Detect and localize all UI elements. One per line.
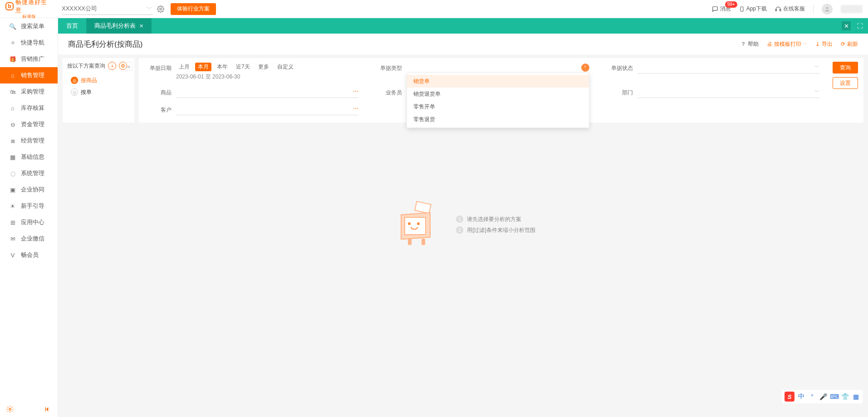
svg-rect-7 [45,407,46,411]
empty-step-1-text: 请先选择要分析的方案 [467,216,521,223]
type-option-0[interactable]: 销货单 [407,75,588,88]
date-chip-1[interactable]: 本月 [195,63,211,71]
sidebar-item-icon: ☀ [9,203,16,210]
date-chip-3[interactable]: 近7天 [233,63,253,71]
filter-type-toggle-icon[interactable]: ˄ [581,64,589,72]
user-name-masked [841,5,863,13]
filter-product-input[interactable] [176,87,358,98]
print-template-button[interactable]: 🖨 按模板打印 ﹀ [767,40,807,48]
sidebar-item-6[interactable]: ⊖资金管理 [0,116,58,132]
ime-lang-icon[interactable]: 中 [797,392,805,401]
help-link[interactable]: ？ 帮助 [740,40,759,48]
filter-type-label: 单据类型 [377,63,402,72]
sidebar-item-label: 企业微信 [21,235,44,243]
sidebar-item-11[interactable]: ☀新手引导 [0,198,58,214]
type-option-3[interactable]: 零售退货 [407,113,588,126]
scheme-panel: 按以下方案查询 ＋ ⚙ « ◎按商品◎按单 [63,58,134,123]
more-icon[interactable]: ⋯ [353,105,358,112]
sidebar-item-icon: 🛍 [9,88,16,95]
scheme-item-1[interactable]: ◎按单 [71,86,130,98]
sidebar-item-7[interactable]: ≣经营管理 [0,132,58,149]
type-option-1[interactable]: 销货退货单 [407,88,588,100]
user-avatar-icon[interactable] [822,4,833,15]
sidebar-settings-gear-icon[interactable] [6,406,14,413]
date-chip-2[interactable]: 本年 [214,63,230,71]
top-header-right: 消息 99+ App下载 在线客服 [712,4,863,15]
scheme-panel-title: 按以下方案查询 [67,62,105,70]
print-label: 按模板打印 [774,40,801,48]
query-button[interactable]: 查询 [833,62,858,74]
type-option-2[interactable]: 零售开单 [407,100,588,113]
tab-close-icon[interactable]: ✕ [139,23,143,29]
sidebar-item-12[interactable]: ⊞应用中心 [0,214,58,231]
step-number-icon: 2 [456,226,463,234]
company-select[interactable]: XXXXXX公司 ﹀ [62,3,152,15]
sidebar-item-icon: V [9,252,16,259]
sidebar-item-13[interactable]: ✉企业微信 [0,231,58,247]
page: 商品毛利分析(按商品) ？ 帮助 🖨 按模板打印 ﹀ ⤓ 导出 [58,34,868,417]
empty-step-2-text: 用[过滤]条件来缩小分析范围 [467,226,535,234]
ime-tray: S 中 ° 🎤 ⌨ 👕 ▦ [782,390,863,403]
tab-current[interactable]: 商品毛利分析表 ✕ [86,18,152,34]
sidebar-item-0[interactable]: 🔍搜索菜单 [0,18,58,34]
refresh-button[interactable]: ⟳ 刷新 [841,40,858,48]
sidebar-item-1[interactable]: ✧快捷导航 [0,34,58,51]
sidebar-item-5[interactable]: ⌂库存核算 [0,100,58,116]
sidebar-item-9[interactable]: ◌系统管理 [0,165,58,182]
filter-product: 商品 ⋯ [146,87,358,98]
filter-dept-input[interactable] [638,87,820,98]
tab-home-label: 首页 [66,22,78,30]
sidebar-item-icon: ▦ [9,154,16,161]
sidebar-item-8[interactable]: ▦基础信息 [0,149,58,165]
try-industry-plan-button[interactable]: 体验行业方案 [171,3,216,15]
filter-status-input[interactable] [638,63,820,74]
tabs-fullscreen-icon[interactable]: ⛶ [855,21,864,30]
sidebar-collapse-icon[interactable] [44,406,51,413]
sidebar-item-label: 新手引导 [21,202,44,210]
ime-logo-icon[interactable]: S [785,392,794,402]
filter-buttons: 查询 设置 [833,62,858,89]
ime-punct-icon[interactable]: ° [808,393,816,400]
chevron-down-icon[interactable]: ﹀ [814,88,820,96]
filter-customer-input[interactable] [176,104,358,115]
filter-type-dropdown: 销货单销货退货单零售开单零售退货 [407,73,589,128]
refresh-label: 刷新 [847,40,858,48]
ime-skin-icon[interactable]: 👕 [841,393,849,400]
ime-keyboard-icon[interactable]: ⌨ [830,393,838,400]
messages-link[interactable]: 消息 99+ [712,5,731,13]
ime-toolbox-icon[interactable]: ▦ [852,393,860,400]
date-chip-5[interactable]: 自定义 [275,63,296,71]
settings-button[interactable]: 设置 [833,77,858,89]
sidebar-item-4[interactable]: 🛍采购管理 [0,83,58,100]
date-range-text: 2023-06-01 至 2023-06-30 [176,73,358,81]
sidebar-item-14[interactable]: V畅会员 [0,247,58,263]
filter-type-input[interactable] [407,63,589,74]
export-button[interactable]: ⤓ 导出 [815,40,833,48]
sidebar-item-label: 资金管理 [21,120,44,128]
scheme-item-0[interactable]: ◎按商品 [71,74,130,86]
phone-icon [739,6,745,12]
svg-point-5 [826,7,829,9]
ime-mic-icon[interactable]: 🎤 [819,393,827,400]
filter-dept-label: 部门 [608,87,633,97]
app-download-link[interactable]: App下载 [739,5,767,13]
tab-home[interactable]: 首页 [58,18,86,34]
chevron-down-icon[interactable]: ﹀ [814,64,820,71]
company-settings-gear-icon[interactable] [157,5,164,13]
more-icon[interactable]: ⋯ [353,88,358,94]
sidebar-item-10[interactable]: ▣企业协同 [0,182,58,198]
scheme-add-button[interactable]: ＋ [108,62,116,70]
target-icon: ◎ [71,88,78,96]
sidebar-item-2[interactable]: 🎁营销推广 [0,51,58,67]
brand-name: 畅捷通好生意 [15,0,53,15]
sidebar-item-3[interactable]: ⌂销售管理 [0,67,58,83]
app-download-label: App下载 [746,5,767,13]
sidebar-item-icon: 🔍 [9,23,16,30]
scheme-item-label: 按商品 [81,77,97,84]
online-service-link[interactable]: 在线客服 [775,5,805,13]
date-chip-4[interactable]: 更多 [255,63,272,71]
scheme-collapse-icon[interactable]: « [125,62,132,71]
export-icon: ⤓ [815,41,820,47]
date-chip-0[interactable]: 上月 [176,63,192,71]
tabs-close-all-icon[interactable]: ✕ [842,21,851,30]
